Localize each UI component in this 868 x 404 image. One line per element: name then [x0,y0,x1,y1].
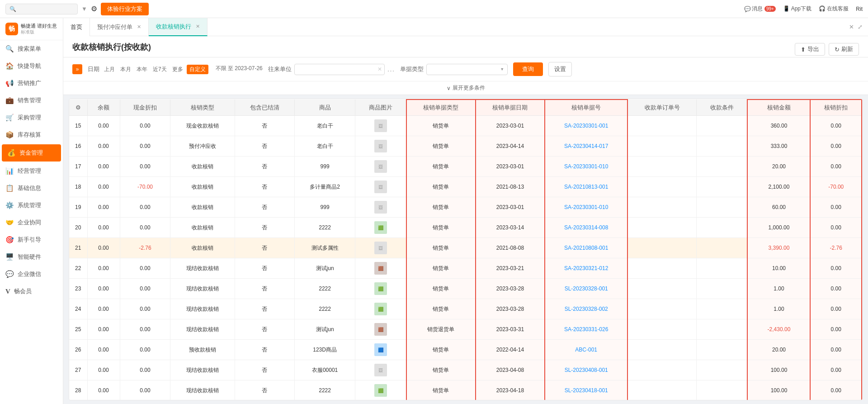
verify-order-link[interactable]: SA-20210813-001 [564,184,608,190]
order-type-select-wrapper [426,64,508,75]
cell-verify-discount: -70.00 [810,177,862,197]
sidebar-item-purchase[interactable]: 🛒 采购管理 [0,109,63,126]
cell-verify-order-no[interactable]: SA-20210813-001 [545,177,627,197]
verify-order-link[interactable]: SL-20230328-002 [565,306,608,312]
cell-verify-type: 收款核销 [170,157,235,177]
cell-cash-discount: 0.00 [120,319,170,340]
prepay-tab-close[interactable]: ✕ [137,24,141,30]
tab-prepay[interactable]: 预付冲应付单 ✕ [90,18,149,36]
top-bar-right: 💬 消息 99+ 📱 App下载 🎧 在线客服 Rit [744,5,863,13]
cell-verify-order-no[interactable]: SA-20230321-012 [545,258,627,279]
industry-solution-button[interactable]: 体验行业方案 [101,3,149,15]
hardware-icon: 🖥️ [5,253,14,261]
cell-verify-date: 2023-03-28 [476,299,545,319]
cell-verify-order-no[interactable]: SL-20230418-001 [545,380,627,401]
column-settings-icon[interactable]: ⚙ [75,104,81,111]
verify-order-link[interactable]: SA-20230314-008 [564,224,608,231]
cell-verify-order-no[interactable]: SL-20230328-002 [545,299,627,319]
order-type-select[interactable] [426,64,508,75]
cell-verify-order-no[interactable]: SA-20230301-001 [545,116,627,136]
cell-verify-order-no[interactable]: SA-20210808-001 [545,238,627,258]
cell-verify-order-no[interactable]: SA-20230331-026 [545,319,627,340]
messages-area[interactable]: 💬 消息 99+ [744,5,776,13]
verify-order-link[interactable]: SL-20230418-001 [565,387,608,394]
cell-verify-order-type: 销货退货单 [406,319,476,340]
export-button[interactable]: ⬆ 导出 [795,43,825,56]
cell-cash-discount: -2.76 [120,238,170,258]
sidebar-item-hardware[interactable]: 🖥️ 智能硬件 [0,248,63,266]
page-actions: ⬆ 导出 ↻ 刷新 [795,43,859,56]
partner-input[interactable] [294,64,385,75]
date-range-text: 不限 至 2023-07-26 [216,65,263,72]
cell-balance: 0.00 [87,380,120,401]
sidebar-item-guide[interactable]: 🎯 新手引导 [0,231,63,248]
sidebar-item-operations[interactable]: 📊 经营管理 [0,162,63,180]
cell-cash-discount: 0.00 [120,136,170,157]
verify-order-link[interactable]: SL-20230408-001 [565,367,608,373]
goods-image-thumb: 🟫 [374,262,387,275]
date-last-month[interactable]: 上月 [102,65,117,74]
cell-verify-order-no[interactable]: SA-20230314-008 [545,218,627,238]
expand-more-button[interactable]: ∨ 展开更多条件 [447,84,485,92]
sidebar-item-search[interactable]: 🔍 搜索菜单 [0,40,63,57]
refresh-button[interactable]: ↻ 刷新 [829,43,859,56]
date-more[interactable]: 更多 [170,65,185,74]
tab-home[interactable]: 首页 [63,18,90,36]
sidebar-item-basic[interactable]: 📋 基础信息 [0,180,63,197]
date-this-year[interactable]: 本年 [135,65,149,74]
sidebar-item-capital[interactable]: 💰 资金管理 [2,144,61,162]
user-label[interactable]: Rit [856,6,863,12]
cell-verify-order-no[interactable]: ABC-001 [545,340,627,360]
sidebar-item-wechat[interactable]: 💬 企业微信 [0,266,63,283]
cell-verify-order-no[interactable]: SA-20230301-010 [545,197,627,218]
cell-verify-order-no[interactable]: SL-20230328-001 [545,279,627,299]
sidebar-item-enterprise[interactable]: 🤝 企业协同 [0,214,63,231]
expand-icon: ∨ [447,85,451,91]
window-expand-icon[interactable]: ⤢ [858,24,863,30]
sidebar-item-sales[interactable]: 💼 销售管理 [0,92,63,109]
cell-verify-order-no[interactable]: SA-20230414-017 [545,136,627,157]
verify-order-link[interactable]: SA-20230414-017 [564,143,608,149]
window-close-icon[interactable]: ✕ [849,24,854,30]
cell-balance: 0.00 [87,197,120,218]
th-settings[interactable]: ⚙ [69,100,87,116]
verify-order-link[interactable]: SA-20230301-010 [564,163,608,170]
sidebar-item-inventory[interactable]: 📦 库存核算 [0,126,63,143]
date-this-month[interactable]: 本月 [118,65,133,74]
sidebar-item-label: 资金管理 [19,149,43,157]
settings-gear-icon[interactable]: ⚙ [91,5,97,13]
query-button[interactable]: 查询 [513,62,543,76]
cell-verify-type: 现结收款核销 [170,360,235,380]
operations-icon: 📊 [5,167,14,175]
verify-order-link[interactable]: SA-20210808-001 [564,245,608,251]
verify-order-link[interactable]: SA-20230321-012 [564,265,608,271]
sidebar-item-system[interactable]: ⚙️ 系统管理 [0,197,63,214]
dropdown-icon[interactable]: ▼ [81,5,87,12]
verify-order-link[interactable]: SA-20230331-026 [564,326,608,333]
date-custom[interactable]: 自定义 [187,65,208,74]
verify-order-link[interactable]: ABC-001 [575,347,597,353]
sidebar-item-marketing[interactable]: 📢 营销推广 [0,75,63,92]
app-download[interactable]: 📱 App下载 [783,5,811,13]
cell-id: 24 [69,299,87,319]
partner-input-clear[interactable]: ✕ [377,66,382,72]
verify-order-link[interactable]: SA-20230301-010 [564,204,608,210]
cell-verify-order-no[interactable]: SA-20230301-010 [545,157,627,177]
cell-verify-amount: 333.00 [747,136,810,157]
cell-goods-image: 🟩 [355,299,406,319]
verify-order-link[interactable]: SA-20230301-001 [564,123,608,129]
sidebar-item-nav[interactable]: 🏠 快捷导航 [0,57,63,75]
online-service[interactable]: 🎧 在线客服 [819,5,849,13]
verify-order-link[interactable]: SL-20230328-001 [565,285,608,292]
sidebar-item-member[interactable]: V 畅会员 [0,283,63,300]
tab-receipt[interactable]: 收款核销执行 ✕ [149,18,208,36]
receipt-tab-close[interactable]: ✕ [196,24,200,29]
filter-collapse-button[interactable]: » [72,64,82,74]
cell-include-cleared: 否 [235,380,295,401]
date-7days[interactable]: 近7天 [151,65,169,74]
sidebar-item-label: 基础信息 [18,184,41,192]
settings-button[interactable]: 设置 [548,62,572,76]
cell-verify-order-no[interactable]: SL-20230408-001 [545,360,627,380]
table-row: 26 0.00 0.00 预收款核销 否 123D商品 🟦 销货单 2022-0… [69,340,862,360]
data-table-container[interactable]: ⚙ 余额 现金折扣 核销类型 包含已结清 商品 商品图片 核销单据类型 核销单据… [69,99,863,400]
